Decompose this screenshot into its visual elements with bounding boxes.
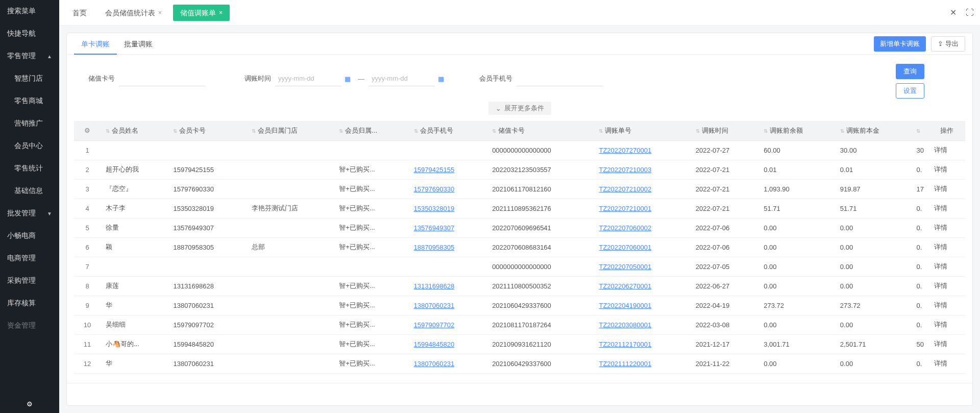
- detail-link[interactable]: 详情: [934, 146, 947, 154]
- adjust-no-link[interactable]: TZ202207060002: [599, 224, 651, 232]
- query-button[interactable]: 查询: [896, 64, 924, 79]
- col-member-store[interactable]: ⇅会员归属门店: [247, 121, 334, 140]
- sidebar-ecommerce-label: 电商管理: [7, 254, 36, 263]
- sort-icon: ⇅: [840, 129, 844, 134]
- cell-before-principal: 2,501.71: [835, 334, 912, 354]
- col-before-balance[interactable]: ⇅调账前余额: [758, 121, 835, 140]
- sidebar-retail-child-2[interactable]: 营销推广: [0, 112, 59, 135]
- col-tail[interactable]: ⇅: [911, 121, 928, 140]
- sidebar-wholesale[interactable]: 批发管理▼: [0, 202, 59, 225]
- data-table-wrapper[interactable]: ⚙ ⇅会员姓名 ⇅会员卡号 ⇅会员归属门店 ⇅会员归属... ⇅会员手机号 ⇅储…: [67, 121, 972, 383]
- phone-link[interactable]: 13807060231: [414, 360, 455, 368]
- phone-link[interactable]: 13807060231: [414, 302, 455, 309]
- adjust-no-link[interactable]: TZ202207210003: [599, 166, 651, 174]
- calendar-icon[interactable]: ▦: [438, 75, 444, 83]
- phone-link[interactable]: 18870958305: [414, 244, 455, 251]
- col-member-card[interactable]: ⇅会员卡号: [168, 121, 247, 140]
- sidebar-retail-child-1[interactable]: 零售商城: [0, 90, 59, 112]
- sidebar-funds[interactable]: 资金管理: [0, 314, 59, 337]
- inner-tab-batch[interactable]: 批量调账: [117, 33, 160, 55]
- inner-tab-single[interactable]: 单卡调账: [74, 33, 117, 55]
- detail-link[interactable]: 详情: [934, 224, 947, 231]
- adjust-no-link[interactable]: TZ202204190001: [599, 302, 651, 309]
- sidebar-retail[interactable]: 零售管理▲: [0, 45, 59, 67]
- cell-card: 13807060231: [168, 354, 247, 373]
- detail-link[interactable]: 详情: [934, 340, 947, 348]
- sidebar-quick-nav[interactable]: 快捷导航: [0, 22, 59, 45]
- adjust-no-link[interactable]: TZ202206270001: [599, 282, 651, 290]
- calendar-icon[interactable]: ▦: [345, 75, 351, 83]
- sidebar-inventory[interactable]: 库存核算: [0, 292, 59, 314]
- phone-link[interactable]: 13576949307: [414, 224, 455, 232]
- filter-phone-label: 会员手机号: [472, 74, 512, 83]
- col-before-principal[interactable]: ⇅调账前本金: [835, 121, 912, 140]
- detail-link[interactable]: 详情: [934, 262, 947, 270]
- detail-link[interactable]: 详情: [934, 165, 947, 173]
- cell-store: [247, 160, 334, 179]
- tab-deposit-adjust[interactable]: 储值调账单×: [173, 5, 230, 21]
- detail-link[interactable]: 详情: [934, 282, 947, 289]
- col-member-phone[interactable]: ⇅会员手机号: [409, 121, 487, 140]
- sidebar-retail-child-3[interactable]: 会员中心: [0, 135, 59, 157]
- phone-link[interactable]: 15994845820: [414, 341, 455, 348]
- col-adjust-time[interactable]: ⇅调账时间: [691, 121, 758, 140]
- cell-adjust-time: 2021-12-17: [691, 334, 758, 354]
- sidebar-settings[interactable]: ⚙: [0, 395, 59, 413]
- adjust-no-link[interactable]: TZ202111220001: [599, 360, 651, 368]
- cell-before-principal: 51.71: [835, 199, 912, 218]
- cell-adjust-no: TZ202207060002: [594, 218, 690, 237]
- cell-section: 智+已购买...: [334, 315, 408, 334]
- settings-button[interactable]: 设置: [896, 83, 924, 99]
- sidebar-search[interactable]: 搜索菜单: [0, 0, 59, 22]
- adjust-no-link[interactable]: TZ202112170001: [599, 341, 651, 348]
- col-member-name[interactable]: ⇅会员姓名: [101, 121, 168, 140]
- adjust-no-link[interactable]: TZ202207060001: [599, 244, 651, 251]
- phone-link[interactable]: 15979425155: [414, 166, 455, 174]
- adjust-no-link[interactable]: TZ202207210002: [599, 185, 651, 193]
- filter-date-to[interactable]: [369, 71, 435, 86]
- col-member-section[interactable]: ⇅会员归属...: [334, 121, 408, 140]
- cell-adjust-no: TZ202207050001: [594, 257, 690, 276]
- filter-date-from[interactable]: [275, 71, 341, 86]
- tab-home[interactable]: 首页: [65, 5, 94, 21]
- sidebar-retail-child-5[interactable]: 基础信息: [0, 180, 59, 202]
- detail-link[interactable]: 详情: [934, 359, 947, 367]
- fullscreen-icon[interactable]: ⛶: [966, 8, 974, 17]
- add-single-button[interactable]: 新增单卡调账: [874, 36, 926, 52]
- cell-section: [334, 257, 408, 276]
- adjust-no-link[interactable]: TZ202207050001: [599, 263, 651, 271]
- detail-link[interactable]: 详情: [934, 321, 947, 328]
- phone-link[interactable]: 15350328019: [414, 205, 455, 212]
- phone-link[interactable]: 13131698628: [414, 282, 455, 290]
- close-icon[interactable]: ×: [158, 5, 162, 21]
- sidebar-ecommerce[interactable]: 电商管理: [0, 247, 59, 270]
- col-adjust-no[interactable]: ⇅调账单号: [594, 121, 690, 140]
- close-icon[interactable]: ×: [219, 5, 223, 21]
- adjust-no-link[interactable]: TZ202207270001: [599, 147, 651, 154]
- adjust-no-link[interactable]: TZ202207210001: [599, 205, 651, 212]
- cell-store: [247, 315, 334, 334]
- pagination-bar[interactable]: [67, 383, 972, 405]
- expand-filters-button[interactable]: ⌄展开更多条件: [488, 102, 551, 115]
- close-panel-icon[interactable]: ✕: [950, 8, 957, 17]
- sidebar-xiaochang[interactable]: 小畅电商: [0, 225, 59, 247]
- tab-deposit-stats[interactable]: 会员储值统计表×: [98, 5, 169, 21]
- detail-link[interactable]: 详情: [934, 185, 947, 192]
- sidebar-retail-child-4[interactable]: 零售统计: [0, 157, 59, 180]
- detail-link[interactable]: 详情: [934, 301, 947, 309]
- col-gear[interactable]: ⚙: [74, 121, 101, 140]
- cell-op: 详情: [929, 296, 965, 315]
- filter-card-input[interactable]: [119, 71, 206, 86]
- cell-index: 6: [74, 237, 101, 257]
- phone-link[interactable]: 15979097702: [414, 321, 455, 329]
- col-deposit-card[interactable]: ⇅储值卡号: [487, 121, 594, 140]
- filter-phone-input[interactable]: [517, 71, 603, 86]
- export-button[interactable]: ⇪导出: [931, 36, 965, 52]
- adjust-no-link[interactable]: TZ202203080001: [599, 321, 651, 329]
- sidebar-retail-child-0[interactable]: 智慧门店: [0, 67, 59, 90]
- col-operation: 操作: [929, 121, 965, 140]
- phone-link[interactable]: 15797690330: [414, 185, 455, 193]
- sidebar-purchase[interactable]: 采购管理: [0, 270, 59, 292]
- detail-link[interactable]: 详情: [934, 243, 947, 251]
- detail-link[interactable]: 详情: [934, 204, 947, 212]
